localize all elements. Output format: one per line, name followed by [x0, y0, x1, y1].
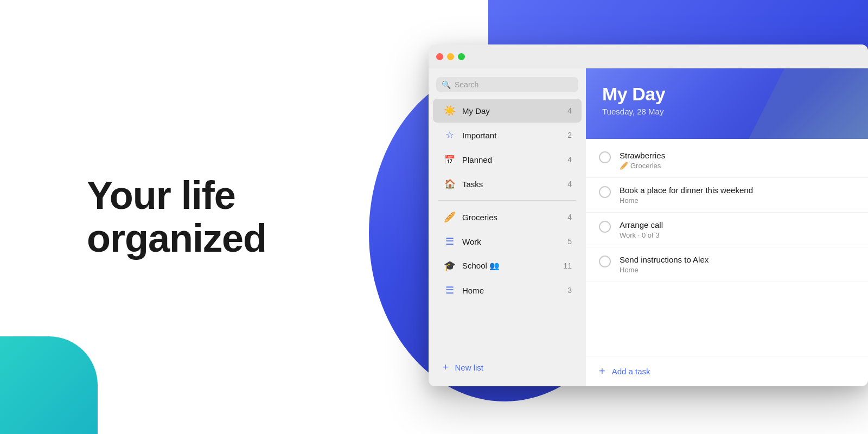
nav-count-planned: 4 — [567, 155, 572, 164]
task-meta-arrange-call: Work · 0 of 3 — [620, 231, 855, 239]
app-window: 🔍 Search ☀️ My Day 4 ☆ Important 2 — [429, 44, 868, 386]
search-icon: 🔍 — [442, 80, 451, 89]
task-checkbox-arrange-call[interactable] — [599, 221, 611, 233]
nav-label-groceries: Groceries — [462, 213, 567, 222]
task-item-book-dinner[interactable]: Book a place for dinner this weekend Hom… — [586, 178, 868, 213]
mortar-icon: 🎓 — [443, 259, 457, 273]
task-title-strawberries: Strawberries — [620, 151, 855, 160]
hero-title: Your life organized — [87, 174, 266, 260]
star-icon: ☆ — [443, 128, 457, 142]
task-title-send-instructions: Send instructions to Alex — [620, 255, 855, 264]
new-list-label: New list — [455, 363, 484, 372]
maximize-button[interactable] — [458, 53, 465, 60]
sidebar-item-home[interactable]: ☰ Home 3 — [433, 278, 582, 302]
nav-label-my-day: My Day — [462, 106, 567, 116]
nav-count-home: 3 — [567, 286, 572, 295]
title-bar — [429, 44, 868, 68]
add-task-button[interactable]: + Add a task — [586, 356, 868, 386]
traffic-lights — [436, 53, 465, 60]
list-icon-work: ☰ — [443, 234, 457, 248]
add-task-plus-icon: + — [599, 365, 605, 378]
task-meta-send-instructions: Home — [620, 266, 855, 274]
nav-count-work: 5 — [567, 237, 572, 246]
nav-label-work: Work — [462, 237, 567, 246]
sidebar-item-important[interactable]: ☆ Important 2 — [433, 123, 582, 147]
task-title-book-dinner: Book a place for dinner this weekend — [620, 186, 855, 195]
main-subtitle: Tuesday, 28 May — [602, 107, 852, 116]
plus-icon: + — [443, 362, 449, 373]
bg-decoration-teal — [0, 336, 98, 434]
task-content-book-dinner: Book a place for dinner this weekend Hom… — [620, 186, 855, 205]
main-panel: My Day Tuesday, 28 May Strawberries 🥖 Gr… — [586, 68, 868, 386]
task-item-send-instructions[interactable]: Send instructions to Alex Home — [586, 247, 868, 282]
nav-label-tasks: Tasks — [462, 180, 567, 189]
close-button[interactable] — [436, 53, 443, 60]
nav-count-tasks: 4 — [567, 180, 572, 188]
list-icon-home: ☰ — [443, 283, 457, 297]
nav-count-my-day: 4 — [567, 106, 572, 115]
task-checkbox-book-dinner[interactable] — [599, 186, 611, 198]
nav-label-planned: Planned — [462, 155, 567, 164]
task-content-arrange-call: Arrange call Work · 0 of 3 — [620, 220, 855, 239]
nav-label-home: Home — [462, 286, 567, 295]
task-list: Strawberries 🥖 Groceries Book a place fo… — [586, 139, 868, 356]
sidebar-item-tasks[interactable]: 🏠 Tasks 4 — [433, 172, 582, 196]
task-meta-strawberries: 🥖 Groceries — [620, 162, 855, 170]
main-title: My Day — [602, 84, 852, 105]
search-input[interactable]: Search — [455, 80, 478, 89]
nav-divider — [438, 200, 576, 201]
nav-count-groceries: 4 — [567, 213, 572, 221]
sidebar-item-planned[interactable]: 📅 Planned 4 — [433, 148, 582, 171]
task-item-strawberries[interactable]: Strawberries 🥖 Groceries — [586, 143, 868, 178]
nav-label-important: Important — [462, 131, 567, 140]
nav-count-school: 11 — [563, 261, 572, 270]
task-content-send-instructions: Send instructions to Alex Home — [620, 255, 855, 274]
groceries-emoji-icon: 🥖 — [620, 162, 628, 170]
search-bar[interactable]: 🔍 Search — [436, 77, 578, 92]
sidebar-item-my-day[interactable]: ☀️ My Day 4 — [433, 99, 582, 123]
task-item-arrange-call[interactable]: Arrange call Work · 0 of 3 — [586, 213, 868, 247]
sidebar-item-school[interactable]: 🎓 School 👥 11 — [433, 254, 582, 278]
main-header: My Day Tuesday, 28 May — [586, 68, 868, 139]
window-body: 🔍 Search ☀️ My Day 4 ☆ Important 2 — [429, 68, 868, 386]
bread-icon: 🥖 — [443, 210, 457, 224]
sidebar-item-groceries[interactable]: 🥖 Groceries 4 — [433, 205, 582, 229]
nav-count-important: 2 — [567, 131, 572, 139]
task-content-strawberries: Strawberries 🥖 Groceries — [620, 151, 855, 170]
minimize-button[interactable] — [447, 53, 454, 60]
new-list-button[interactable]: + New list — [433, 356, 582, 379]
task-checkbox-strawberries[interactable] — [599, 151, 611, 163]
task-title-arrange-call: Arrange call — [620, 220, 855, 229]
task-meta-book-dinner: Home — [620, 196, 855, 205]
tasks-icon: 🏠 — [443, 177, 457, 191]
sun-icon: ☀️ — [443, 104, 457, 118]
hero-section: Your life organized — [87, 174, 266, 260]
task-checkbox-send-instructions[interactable] — [599, 256, 611, 267]
nav-section: ☀️ My Day 4 ☆ Important 2 📅 Planned 4 — [429, 99, 586, 354]
sidebar-item-work[interactable]: ☰ Work 5 — [433, 229, 582, 253]
add-task-label: Add a task — [612, 367, 650, 376]
nav-label-school: School 👥 — [462, 261, 563, 271]
calendar-icon: 📅 — [443, 152, 457, 167]
sidebar: 🔍 Search ☀️ My Day 4 ☆ Important 2 — [429, 68, 586, 386]
